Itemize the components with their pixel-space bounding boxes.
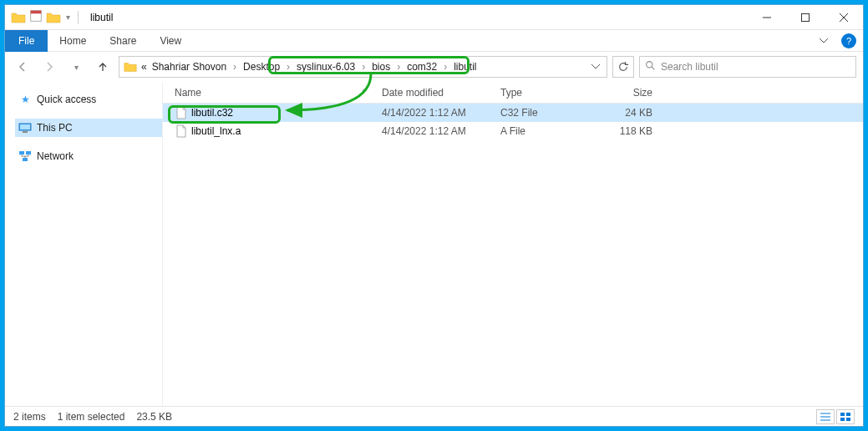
svg-rect-20 <box>846 418 850 421</box>
svg-rect-12 <box>26 151 31 155</box>
status-bar: 2 items 1 item selected 23.5 KB <box>5 406 863 426</box>
share-tab[interactable]: Share <box>98 30 148 52</box>
file-size: 118 KB <box>591 125 659 137</box>
qat-props-icon[interactable] <box>28 8 43 26</box>
chevron-right-icon[interactable]: › <box>393 61 404 73</box>
sort-asc-icon: ⌃ <box>360 87 368 99</box>
nav-quick-access[interactable]: ★ Quick access <box>15 90 162 109</box>
nav-network[interactable]: Network <box>15 147 162 165</box>
file-tab[interactable]: File <box>5 30 48 52</box>
breadcrumb-item[interactable]: syslinux-6.03 <box>295 57 357 77</box>
chevron-right-icon[interactable]: › <box>230 61 240 73</box>
file-name: libutil_lnx.a <box>191 125 241 137</box>
view-tab[interactable]: View <box>148 30 193 52</box>
svg-rect-11 <box>19 151 24 155</box>
file-icon <box>175 106 188 119</box>
minimize-button[interactable] <box>748 5 786 30</box>
pc-icon <box>18 121 32 134</box>
file-date: 4/14/2022 1:12 AM <box>375 107 494 119</box>
status-selected-count: 1 item selected <box>58 411 125 423</box>
breadcrumb-item[interactable]: com32 <box>405 57 439 77</box>
file-size: 24 KB <box>591 107 659 119</box>
view-details-button[interactable] <box>816 409 835 424</box>
help-icon[interactable]: ? <box>841 33 856 48</box>
breadcrumb-item[interactable]: bios <box>370 57 392 77</box>
svg-line-7 <box>652 67 654 69</box>
ribbon-expand-icon[interactable] <box>813 35 835 47</box>
star-icon: ★ <box>18 93 32 106</box>
column-headers: Name ⌃ Date modified Type Size <box>163 82 863 104</box>
home-tab[interactable]: Home <box>48 30 98 52</box>
nav-label: Quick access <box>37 94 96 105</box>
file-icon <box>175 124 188 138</box>
file-type: A File <box>494 125 591 137</box>
breadcrumb-item[interactable]: Shahriar Shovon <box>150 57 228 77</box>
navigation-pane: ★ Quick access This PC Network <box>5 82 162 406</box>
svg-rect-1 <box>31 11 42 14</box>
search-input[interactable] <box>661 61 850 73</box>
column-label: Name <box>175 87 201 99</box>
network-icon <box>18 150 32 163</box>
column-label: Size <box>633 87 652 99</box>
breadcrumb-prefix[interactable]: « <box>140 57 149 77</box>
svg-rect-9 <box>20 124 30 129</box>
address-dropdown-icon[interactable] <box>586 61 605 73</box>
title-bar: ▾ libutil <box>5 5 863 30</box>
forward-button[interactable] <box>38 56 60 78</box>
up-button[interactable] <box>92 56 114 78</box>
search-box[interactable] <box>639 56 856 78</box>
status-selected-size: 23.5 KB <box>136 411 172 423</box>
chevron-right-icon[interactable]: › <box>358 61 368 73</box>
refresh-button[interactable] <box>612 56 634 78</box>
svg-rect-13 <box>23 158 28 161</box>
qat-dropdown-icon[interactable]: ▾ <box>63 13 73 22</box>
file-type: C32 File <box>494 107 591 119</box>
app-folder-icon <box>10 9 27 26</box>
status-item-count: 2 items <box>13 411 46 423</box>
file-row[interactable]: libutil_lnx.a 4/14/2022 1:12 AM A File 1… <box>163 122 863 140</box>
view-icons-button[interactable] <box>836 409 855 424</box>
file-name: libutil.c32 <box>191 107 233 119</box>
back-button[interactable] <box>12 56 33 78</box>
breadcrumb-item[interactable]: libutil <box>452 57 478 77</box>
ribbon: File Home Share View ? <box>5 30 863 52</box>
file-row[interactable]: libutil.c32 4/14/2022 1:12 AM C32 File 2… <box>163 104 863 122</box>
nav-label: This PC <box>37 122 73 134</box>
svg-rect-19 <box>840 418 845 421</box>
column-date[interactable]: Date modified <box>375 87 494 99</box>
nav-row: ▾ « Shahriar Shovon › Desktop › syslinux… <box>5 52 863 82</box>
address-folder-icon <box>123 59 138 74</box>
column-name[interactable]: Name ⌃ <box>163 87 375 99</box>
chevron-right-icon[interactable]: › <box>283 61 293 73</box>
recent-dropdown-icon[interactable]: ▾ <box>65 56 87 78</box>
maximize-button[interactable] <box>786 5 825 30</box>
qat-folder-icon[interactable] <box>45 9 62 26</box>
svg-rect-18 <box>846 413 850 416</box>
breadcrumb-item[interactable]: Desktop <box>241 57 282 77</box>
nav-label: Network <box>37 150 74 162</box>
svg-point-6 <box>647 62 652 68</box>
column-label: Date modified <box>382 87 444 99</box>
address-bar[interactable]: « Shahriar Shovon › Desktop › syslinux-6… <box>119 56 607 78</box>
search-icon <box>645 60 656 74</box>
svg-rect-3 <box>802 13 810 21</box>
svg-rect-10 <box>23 131 28 133</box>
column-size[interactable]: Size <box>591 87 659 99</box>
svg-rect-17 <box>840 413 845 416</box>
title-text: libutil <box>90 12 113 23</box>
nav-this-pc[interactable]: This PC <box>15 119 162 137</box>
file-date: 4/14/2022 1:12 AM <box>375 125 494 137</box>
chevron-right-icon[interactable]: › <box>440 61 450 73</box>
column-label: Type <box>500 87 522 99</box>
content-pane: Name ⌃ Date modified Type Size libutil.c… <box>162 82 863 406</box>
close-button[interactable] <box>825 5 863 30</box>
column-type[interactable]: Type <box>494 87 591 99</box>
file-list: libutil.c32 4/14/2022 1:12 AM C32 File 2… <box>163 104 863 406</box>
